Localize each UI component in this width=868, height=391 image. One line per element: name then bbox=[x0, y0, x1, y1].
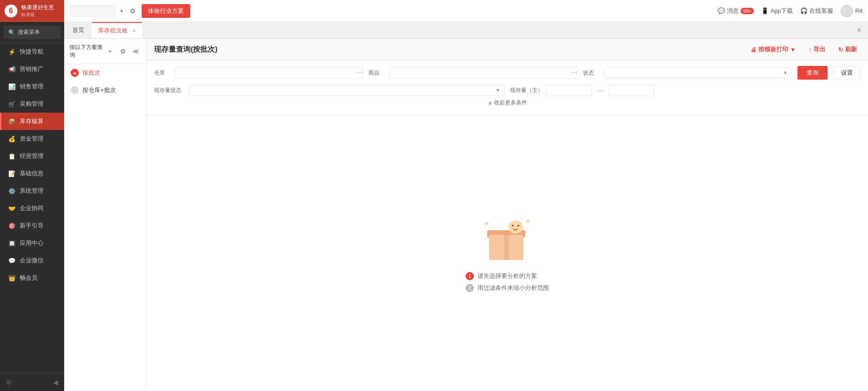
sidebar-item-purchase[interactable]: 🛒 采购管理 bbox=[0, 95, 64, 113]
product-more-icon[interactable]: ··· bbox=[571, 69, 577, 77]
topbar-right: 💬 消息 99+ 📱 App下载 🎧 在线客服 Rit bbox=[718, 5, 863, 17]
stock-qty-from-input[interactable] bbox=[546, 84, 592, 96]
stock-status-label: 现存量状态 bbox=[154, 87, 186, 94]
svg-point-10 bbox=[483, 239, 485, 240]
empty-state: 1 请先选择要分析的方案 2 用过滤条件来缩小分析范围 bbox=[147, 115, 868, 391]
status-dropdown[interactable]: ▼ bbox=[604, 67, 792, 78]
sidebar-item-finance[interactable]: 💰 资金管理 bbox=[0, 130, 64, 147]
sidebar-item-sales[interactable]: 📊 销售管理 bbox=[0, 78, 64, 95]
svg-point-7 bbox=[485, 222, 488, 225]
warehouse-input-wrapper[interactable]: ··· bbox=[175, 67, 363, 79]
sidebar-item-shortcut[interactable]: ⚡ 快捷导航 bbox=[0, 43, 64, 60]
user-avatar bbox=[841, 5, 853, 17]
refresh-button[interactable]: ↻ 刷新 bbox=[835, 43, 861, 55]
sidebar-item-apps[interactable]: 🔲 应用中心 bbox=[0, 234, 64, 252]
sidebar-item-label: 基础信息 bbox=[20, 169, 44, 178]
stock-status-filter: 现存量状态 ▼ bbox=[154, 85, 505, 96]
print-icon: 🖨 bbox=[751, 46, 757, 53]
print-dropdown-icon[interactable]: ▼ bbox=[790, 46, 796, 53]
product-filter: 商品 ··· bbox=[368, 67, 577, 79]
search-chevron-icon[interactable]: ▼ bbox=[119, 8, 124, 14]
experience-solution-button[interactable]: 体验行业方案 bbox=[142, 4, 190, 18]
settings-button[interactable]: 设置 bbox=[833, 66, 861, 80]
basic-icon: 📝 bbox=[8, 169, 16, 178]
stock-status-chevron: ▼ bbox=[495, 87, 500, 93]
settings-topbar-icon[interactable]: ⚙ bbox=[128, 6, 138, 16]
sidebar-search[interactable]: 🔍 搜索菜单 bbox=[0, 22, 64, 43]
online-service-button[interactable]: 🎧 在线客服 bbox=[800, 7, 833, 15]
sidebar-item-label: 快捷导航 bbox=[20, 48, 44, 56]
query-button[interactable]: 查询 bbox=[797, 66, 828, 80]
page-title-actions: 🖨 按模板打印 ▼ ↑ 导出 ↻ 刷新 bbox=[747, 43, 861, 55]
plan-item-warehouse-batch[interactable]: ○ 按仓库+批次 bbox=[64, 81, 146, 99]
tab-close-icon[interactable]: × bbox=[132, 27, 136, 34]
marketing-icon: 📢 bbox=[8, 65, 16, 73]
plan-dot-red: ● bbox=[71, 69, 79, 77]
collapse-more-conditions-button[interactable]: ∧ 收起更多条件 bbox=[154, 96, 861, 109]
stock-qty-label: 现存量（主） bbox=[510, 87, 543, 94]
collapse-sidebar-icon[interactable]: ◀ bbox=[50, 377, 60, 387]
sidebar-item-vip[interactable]: 👑 畅会员 bbox=[0, 269, 64, 287]
collab-icon: 🤝 bbox=[8, 204, 16, 212]
sidebar-item-label: 企业协同 bbox=[20, 204, 44, 212]
left-panel: 按以下方案查询 ＋ ⚙ ≪ ● 按批次 ○ 按仓库+批次 bbox=[64, 39, 147, 391]
phone-icon: 📱 bbox=[761, 7, 769, 14]
app-download-button[interactable]: 📱 App下载 bbox=[761, 7, 793, 15]
svg-rect-3 bbox=[504, 230, 509, 260]
plan-item-batch[interactable]: ● 按批次 bbox=[64, 64, 146, 81]
purchase-icon: 🛒 bbox=[8, 100, 16, 108]
print-button[interactable]: 🖨 按模板打印 ▼ bbox=[747, 43, 800, 55]
breadcrumb-search-input[interactable] bbox=[70, 5, 115, 16]
app-logo: 6 bbox=[5, 5, 17, 17]
product-input[interactable] bbox=[390, 67, 571, 78]
empty-hint-2: 2 用过滤条件来缩小分析范围 bbox=[466, 284, 549, 292]
messages-button[interactable]: 💬 消息 99+ bbox=[718, 7, 754, 15]
sidebar-item-label: 销售管理 bbox=[20, 82, 44, 91]
refresh-label: 刷新 bbox=[845, 45, 857, 54]
tab-home-label: 首页 bbox=[72, 26, 84, 34]
status-label: 状态 bbox=[583, 69, 601, 77]
tab-inventory-batch[interactable]: 库存批次账 × bbox=[92, 22, 142, 38]
sidebar-item-label: 采购管理 bbox=[20, 100, 44, 108]
sidebar-item-collab[interactable]: 🤝 企业协同 bbox=[0, 200, 64, 217]
page-title: 现存量查询(按批次) bbox=[154, 45, 218, 54]
settings-footer-icon[interactable]: ⚙ bbox=[4, 377, 14, 387]
sidebar-item-guide[interactable]: 🎯 新手引导 bbox=[0, 217, 64, 234]
edition-tag: 标准版 bbox=[21, 11, 54, 18]
plan-dot-gray: ○ bbox=[71, 86, 79, 94]
collapse-panel-icon[interactable]: ≪ bbox=[131, 46, 141, 56]
warehouse-label: 仓库 bbox=[154, 69, 172, 77]
add-plan-icon[interactable]: ＋ bbox=[105, 46, 115, 56]
sidebar-item-wechat[interactable]: 💬 企业微信 bbox=[0, 252, 64, 269]
svg-point-9 bbox=[525, 232, 527, 234]
empty-illustration-svg bbox=[480, 214, 535, 265]
company-name: 畅康通好生意 bbox=[21, 4, 54, 11]
filter-row-1: 仓库 ··· 商品 ··· bbox=[154, 66, 861, 80]
export-button[interactable]: ↑ 导出 bbox=[805, 43, 830, 55]
manage-plan-icon[interactable]: ⚙ bbox=[118, 46, 128, 56]
sidebar-item-basic[interactable]: 📝 基础信息 bbox=[0, 165, 64, 182]
product-label: 商品 bbox=[368, 69, 387, 77]
sidebar-nav: ⚡ 快捷导航 📢 营销推广 📊 销售管理 🛒 采购管理 📦 库存核算 💰 资金管… bbox=[0, 43, 64, 373]
user-profile-button[interactable]: Rit bbox=[841, 5, 863, 17]
sidebar-item-system[interactable]: ⚙️ 系统管理 bbox=[0, 182, 64, 200]
status-chevron-icon: ▼ bbox=[783, 70, 788, 76]
stock-qty-to-input[interactable] bbox=[609, 84, 654, 96]
sidebar-item-operation[interactable]: 📋 经营管理 bbox=[0, 147, 64, 165]
stock-status-dropdown[interactable]: ▼ bbox=[189, 85, 505, 96]
sidebar-item-inventory[interactable]: 📦 库存核算 bbox=[0, 113, 64, 130]
warehouse-more-icon[interactable]: ··· bbox=[357, 69, 363, 77]
search-menu-button[interactable]: 🔍 搜索菜单 bbox=[4, 26, 60, 39]
export-icon: ↑ bbox=[809, 46, 812, 53]
tab-home[interactable]: 首页 bbox=[66, 22, 91, 38]
guide-icon: 🎯 bbox=[8, 222, 16, 230]
product-input-wrapper[interactable]: ··· bbox=[390, 67, 577, 79]
sidebar-item-label: 库存核算 bbox=[20, 117, 44, 125]
tab-panel-close-button[interactable]: × bbox=[852, 23, 866, 38]
app-download-label: App下载 bbox=[770, 7, 793, 15]
sidebar-item-marketing[interactable]: 📢 营销推广 bbox=[0, 60, 64, 78]
plan-batch-label: 按批次 bbox=[82, 69, 100, 77]
warehouse-input[interactable] bbox=[176, 67, 357, 78]
tabbar: 首页 库存批次账 × × bbox=[64, 22, 868, 39]
export-label: 导出 bbox=[813, 45, 825, 54]
